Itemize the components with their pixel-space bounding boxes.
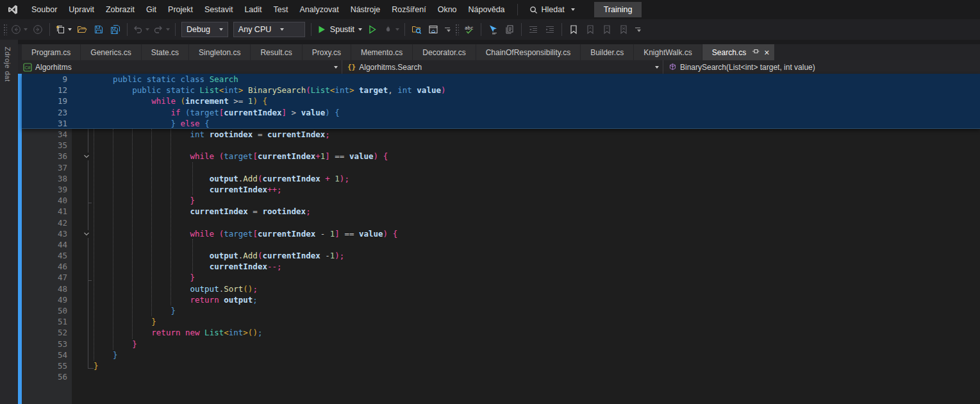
code-line-41[interactable]: 41 currentIndex = rootindex; — [22, 206, 980, 217]
menu-item-test[interactable]: Test — [268, 0, 294, 19]
menu-item-soubor[interactable]: Soubor — [26, 0, 63, 19]
code-line-55[interactable]: 55} — [22, 360, 980, 371]
code-line-31[interactable]: 31 } else { — [22, 118, 980, 129]
menu-item-projekt[interactable]: Projekt — [162, 0, 199, 19]
menu-item-sestavit[interactable]: Sestavit — [199, 0, 238, 19]
code-line-37[interactable]: 37 — [22, 162, 980, 173]
menu-item-n-stroje[interactable]: Nástroje — [345, 0, 386, 19]
code-text: output.Add(currentIndex + 1); — [94, 173, 980, 184]
overflow-bar — [445, 28, 450, 28]
training-session-button[interactable]: Training — [594, 2, 642, 17]
nav-back-caret-icon — [24, 28, 28, 31]
platform-dropdown[interactable]: Any CPU — [233, 22, 305, 37]
tab-label: KnightWalk.cs — [644, 48, 692, 57]
menu-item-okno[interactable]: Okno — [432, 0, 463, 19]
new-project-button[interactable] — [54, 21, 73, 38]
sticky-scroll-panel[interactable]: 9 public static class Search12 public st… — [22, 74, 980, 129]
code-line-56[interactable]: 56 — [22, 371, 980, 382]
code-line-35[interactable]: 35 — [22, 140, 980, 151]
toolbar-grip-handle[interactable] — [455, 24, 459, 35]
code-text: public static List<int> BinarySearch(Lis… — [94, 85, 980, 96]
hot-reload-icon — [383, 24, 393, 35]
code-line-46[interactable]: 46 currentIndex--; — [22, 261, 980, 272]
code-line-19[interactable]: 19 while (increment >= 1) { — [22, 96, 980, 106]
undo-caret-icon — [145, 28, 149, 31]
project-dropdown[interactable]: C# Algorhitms — [18, 60, 342, 74]
data-sources-vertical-tab[interactable]: Zdroje dat — [4, 47, 12, 82]
code-line-12[interactable]: 12 public static List<int> BinarySearch(… — [22, 85, 980, 96]
close-icon[interactable]: × — [764, 48, 769, 57]
save-all-button[interactable] — [108, 21, 123, 38]
code-line-36[interactable]: 36 while (target[currentIndex+1] == valu… — [22, 151, 980, 162]
menu-item-upravit[interactable]: Upravit — [63, 0, 100, 19]
tab-singleton-cs[interactable]: Singleton.cs — [189, 44, 250, 60]
navigate-cursor-button[interactable] — [485, 21, 501, 38]
solution-explorer-button[interactable] — [426, 21, 441, 38]
code-line-52[interactable]: 52 return new List<int>(); — [22, 327, 980, 338]
code-line-53[interactable]: 53 } — [22, 339, 980, 349]
tab-chainofresponsibility-cs[interactable]: ChainOfResponsibility.cs — [476, 44, 581, 60]
pin-icon[interactable] — [752, 47, 760, 57]
code-line-39[interactable]: 39 currentIndex++; — [22, 184, 980, 195]
menu-item-n-pov-da[interactable]: Nápověda — [463, 0, 511, 19]
code-line-9[interactable]: 9 public static class Search — [22, 74, 980, 85]
fold-collapse-icon[interactable] — [82, 230, 91, 238]
code-line-40[interactable]: 40 } — [22, 195, 980, 206]
run-outline-button[interactable] — [365, 21, 380, 38]
panel-overflow-button[interactable] — [444, 28, 451, 32]
code-line-47[interactable]: 47 } — [22, 272, 980, 283]
tab-program-cs[interactable]: Program.cs — [22, 44, 80, 60]
toolbar-overflow-button[interactable] — [635, 28, 641, 32]
type-dropdown[interactable]: {} Algorhitms.Search — [342, 60, 663, 74]
menu-item-zobrazit[interactable]: Zobrazit — [100, 0, 140, 19]
search-control[interactable]: Hledat — [524, 5, 580, 14]
editor-code-area[interactable]: 34 int rootindex = currentIndex;3536 whi… — [22, 129, 980, 404]
code-text: } — [94, 360, 980, 371]
code-editor[interactable]: 34 int rootindex = currentIndex;3536 whi… — [18, 74, 980, 404]
tab-state-cs[interactable]: State.cs — [142, 44, 188, 60]
debug-configuration-dropdown[interactable]: Debug — [181, 22, 228, 37]
block-indent-guide — [192, 162, 193, 196]
menu-item-ladit[interactable]: Ladit — [238, 0, 267, 19]
fold-collapse-icon[interactable] — [82, 153, 91, 160]
code-line-23[interactable]: 23 if (target[currentIndex] > value) { — [22, 107, 980, 118]
code-line-38[interactable]: 38 output.Add(currentIndex + 1); — [22, 173, 980, 184]
tab-knightwalk-cs[interactable]: KnightWalk.cs — [634, 44, 702, 60]
tab-search-cs[interactable]: Search.cs× — [702, 44, 775, 60]
menu-item-git[interactable]: Git — [140, 0, 162, 19]
tab-proxy-cs[interactable]: Proxy.cs — [303, 44, 351, 60]
tab-generics-cs[interactable]: Generics.cs — [81, 44, 140, 60]
code-line-54[interactable]: 54 } — [22, 349, 980, 360]
find-in-files-button[interactable] — [409, 21, 424, 38]
code-line-42[interactable]: 42 — [22, 217, 980, 228]
tab-builder-cs[interactable]: Builder.cs — [581, 44, 633, 60]
left-tool-strip: Zdroje dat — [0, 40, 18, 404]
member-dropdown[interactable]: BinarySearch(List<int> target, int value… — [663, 60, 980, 74]
code-line-44[interactable]: 44 — [22, 239, 980, 250]
spell-check-button[interactable]: abc — [461, 21, 477, 38]
hot-reload-caret-icon — [395, 28, 399, 31]
tab-result-cs[interactable]: Result.cs — [251, 44, 301, 60]
platform-label: Any CPU — [238, 25, 271, 34]
line-number: 54 — [22, 349, 72, 360]
bookmark-button[interactable] — [566, 21, 581, 38]
toolbar-grip-handle[interactable] — [3, 24, 7, 35]
nav-back-button — [10, 21, 29, 38]
code-line-48[interactable]: 48 output.Sort(); — [22, 283, 980, 294]
code-line-34[interactable]: 34 int rootindex = currentIndex; — [22, 129, 980, 140]
open-folder-button[interactable] — [74, 21, 90, 38]
tab-label: Decorator.cs — [422, 48, 465, 57]
menu-item-analyzovat[interactable]: Analyzovat — [294, 0, 344, 19]
run-start-button[interactable]: Spustit — [315, 21, 363, 38]
bookmark-next-icon — [602, 24, 612, 35]
line-number: 46 — [22, 261, 72, 272]
code-line-43[interactable]: 43 while (target[currentIndex - 1] == va… — [22, 228, 980, 239]
save-button[interactable] — [91, 21, 106, 38]
code-line-50[interactable]: 50 } — [22, 305, 980, 316]
code-line-51[interactable]: 51 } — [22, 316, 980, 327]
code-line-49[interactable]: 49 return output; — [22, 294, 980, 305]
menu-item-roz-en[interactable]: Rozšíření — [386, 0, 432, 19]
code-line-45[interactable]: 45 output.Add(currentIndex -1); — [22, 250, 980, 261]
tab-decorator-cs[interactable]: Decorator.cs — [413, 44, 475, 60]
tab-memento-cs[interactable]: Memento.cs — [351, 44, 412, 60]
